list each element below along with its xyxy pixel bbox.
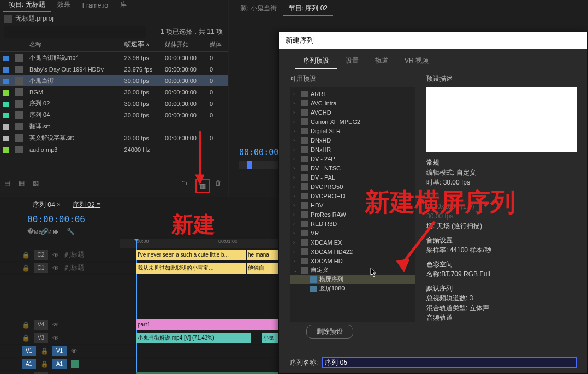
clip-subtitle-cn-0[interactable]: 我从未见过如此聪明的小宝宝…	[136, 263, 246, 274]
list-view-icon[interactable]: ▤	[4, 179, 13, 188]
col-media-in[interactable]: 媒体	[206, 38, 228, 52]
project-row[interactable]: 英文解说字幕.srt30.00 fps00:00:00:000	[0, 132, 228, 144]
project-icon	[4, 15, 12, 23]
dlg-tab-settings[interactable]: 设置	[338, 54, 366, 69]
lock-icon[interactable]: 🔒	[22, 251, 29, 259]
track-a1-src[interactable]: A1	[22, 359, 36, 369]
preset-folder[interactable]: ›DV - 24P	[290, 154, 415, 163]
project-file-name: 无标题.prproj	[15, 14, 54, 23]
track-v1[interactable]: V1	[52, 346, 67, 356]
sequence-name-label: 序列名称:	[290, 358, 318, 367]
preset-folder[interactable]: ›ARRI	[290, 89, 415, 98]
track-a1[interactable]: A1	[52, 359, 67, 369]
preset-folder[interactable]: ›DVCPROHD	[290, 191, 415, 200]
project-panel-tabs: 项目: 无标题 效果 Frame.io 库	[0, 0, 228, 12]
preset-tree[interactable]: ›ARRI›AVC-Intra›AVCHD›Canon XF MPEG2›Dig…	[290, 87, 415, 322]
timeline-panel: 序列 04 × 序列 02 ≡ 00:00:00:06 �магнит 🔗 ◆ …	[0, 197, 283, 374]
timeline-playhead-time[interactable]: 00:00:00:06	[0, 213, 283, 225]
col-media-start[interactable]: 媒体开始	[162, 38, 206, 52]
available-presets-label: 可用预设	[290, 74, 415, 84]
tab-source-monitor[interactable]: 源: 小鬼当街	[235, 2, 282, 16]
eye-icon[interactable]: 👁	[52, 251, 60, 259]
tab-frameio[interactable]: Frame.io	[77, 0, 114, 12]
wrench-icon[interactable]: 🔧	[67, 228, 75, 236]
preset-folder[interactable]: ›AVCHD	[290, 108, 415, 117]
clip-subtitle-en-0[interactable]: I've never seen a such a cute little b..…	[136, 250, 246, 260]
track-v1-src[interactable]: V1	[22, 346, 36, 356]
subtitle-track-name: 副标题	[64, 250, 84, 259]
preset-folder[interactable]: ›DNxHD	[290, 135, 415, 145]
track-a2[interactable]: A2	[34, 372, 48, 375]
project-bin-table[interactable]: 名称 帧速率 ∧ 媒体开始 媒体 小鬼当街解说.mp423.98 fps00:0…	[0, 38, 228, 155]
dlg-tab-vr[interactable]: VR 视频	[397, 54, 436, 69]
preset-folder[interactable]: ›DV - NTSC	[290, 163, 415, 173]
marker-icon[interactable]: ◆	[54, 228, 62, 236]
track-v4[interactable]: V4	[34, 320, 48, 330]
preset-folder[interactable]: ›VR	[290, 228, 415, 238]
clip-v3b[interactable]: 小鬼	[262, 333, 278, 343]
preset-folder-custom[interactable]: ⌄自定义	[290, 265, 415, 275]
timeline-tab-0[interactable]: 序列 04 ×	[27, 199, 66, 211]
project-row[interactable]: 小鬼当街解说.mp423.98 fps00:00:00:000	[0, 52, 228, 64]
lock-icon[interactable]: 🔒	[22, 264, 29, 272]
snap-icon[interactable]: �магнит	[27, 228, 36, 236]
preset-folder[interactable]: ›HDV	[290, 200, 415, 210]
new-item-button[interactable]: ▥	[195, 179, 210, 193]
dialog-title: 新建序列	[279, 32, 587, 49]
dlg-tab-tracks[interactable]: 轨道	[367, 54, 396, 69]
timeline-ruler[interactable]: 00:00 00:01:00	[120, 239, 283, 248]
new-bin-icon[interactable]: 🗀	[181, 179, 190, 188]
trash-icon[interactable]: 🗑	[215, 179, 224, 188]
preset-item[interactable]: 竖屏1080	[290, 284, 415, 293]
project-row[interactable]: 翻译.srt	[0, 121, 228, 132]
preset-folder[interactable]: ›XDCAM HD422	[290, 247, 415, 256]
preset-item[interactable]: 横屏序列	[290, 275, 415, 284]
preset-folder[interactable]: ›ProRes RAW	[290, 210, 415, 219]
preset-folder[interactable]: ›DV - PAL	[290, 173, 415, 182]
clip-v3[interactable]: 小鬼当街解说.mp4 [V] (71.43%)	[136, 333, 251, 343]
preset-desc-preview	[426, 87, 577, 152]
tab-project[interactable]: 项目: 无标题	[3, 0, 51, 12]
col-name[interactable]: 名称	[26, 38, 121, 52]
project-row[interactable]: BGM30.00 fps00:00:00:000	[0, 86, 228, 98]
project-selection-status: 1 项已选择，共 11 项	[161, 27, 223, 37]
project-search-input[interactable]	[4, 26, 146, 38]
preset-desc-text: 常规 编辑模式: 自定义 时基: 30.00 fps 视频 1920x1080 …	[426, 158, 577, 323]
tab-effects[interactable]: 效果	[52, 0, 76, 12]
clip-subtitle-cn-1[interactable]: 他独自	[247, 263, 280, 274]
new-sequence-dialog: 新建序列 序列预设 设置 轨道 VR 视频 可用预设 ›ARRI›AVC-Int…	[278, 32, 588, 374]
icon-view-icon[interactable]: ▦	[19, 179, 27, 188]
preset-folder[interactable]: ›Canon XF MPEG2	[290, 117, 415, 126]
mouse-cursor-icon	[370, 268, 378, 277]
project-row[interactable]: audio.mp324000 Hz	[0, 144, 228, 155]
sequence-name-input[interactable]	[322, 357, 577, 368]
preset-folder[interactable]: ›AVC-Intra	[290, 98, 415, 108]
preset-folder[interactable]: ›DNxHR	[290, 145, 415, 154]
track-v3[interactable]: V3	[34, 333, 48, 343]
link-icon[interactable]: 🔗	[40, 228, 49, 236]
preset-desc-label: 预设描述	[426, 74, 577, 84]
freeform-view-icon[interactable]: ▧	[33, 179, 41, 188]
subtitle-track-name-2: 副标题	[64, 263, 84, 272]
preset-folder[interactable]: ›RED R3D	[290, 219, 415, 228]
project-row[interactable]: 序列 0430.00 fps00:00:00:000	[0, 109, 228, 121]
clip-v4[interactable]: part1	[136, 319, 278, 330]
dlg-tab-presets[interactable]: 序列预设	[295, 54, 337, 69]
eye-icon[interactable]: 👁	[52, 264, 60, 272]
project-row[interactable]: 小鬼当街30.00 fps00:00:00:000	[0, 75, 228, 86]
col-framerate[interactable]: 帧速率 ∧	[121, 38, 162, 52]
timeline-tab-1[interactable]: 序列 02 ≡	[67, 199, 106, 211]
preset-folder[interactable]: ›XDCAM HD	[290, 256, 415, 265]
preset-folder[interactable]: ›Digital SLR	[290, 126, 415, 135]
preset-folder[interactable]: ›XDCAM EX	[290, 238, 415, 247]
clip-audio-a2[interactable]: ▁▃▅▂▇▃▁▅▂▇▃▁▅▂▇▃▁▃▅▂▇▃▁▅	[136, 372, 278, 374]
tab-library[interactable]: 库	[115, 0, 132, 12]
preset-folder[interactable]: ›DVCPRO50	[290, 182, 415, 191]
delete-preset-button[interactable]: 删除预设	[306, 325, 353, 339]
track-label-c1[interactable]: C1	[34, 263, 48, 273]
project-row[interactable]: 序列 0230.00 fps00:00:00:000	[0, 98, 228, 109]
tab-program-monitor[interactable]: 节目: 序列 02	[283, 2, 333, 16]
project-row[interactable]: Baby's Day Out 1994 HDDv23.976 fps00:00:…	[0, 63, 228, 75]
clip-subtitle-en-1[interactable]: he mana	[247, 250, 280, 260]
track-label-c2[interactable]: C2	[34, 250, 48, 260]
